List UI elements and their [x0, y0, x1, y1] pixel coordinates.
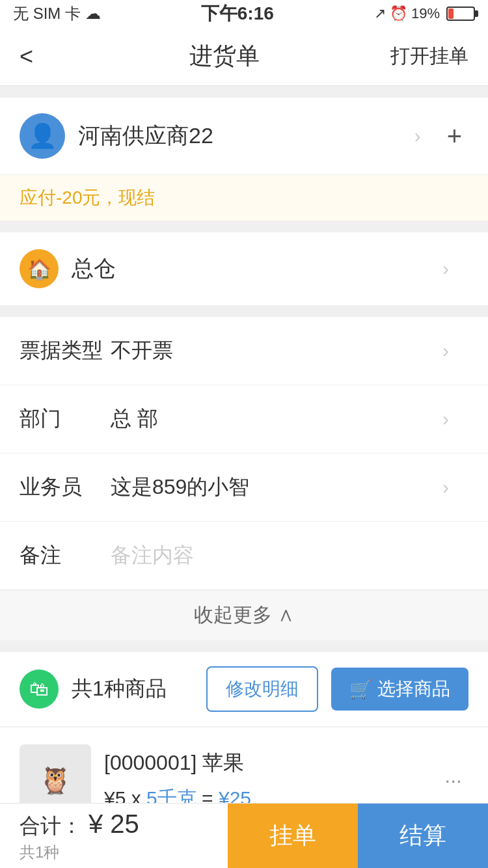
sim-status: 无 SIM 卡 ☁ — [13, 3, 101, 24]
nav-bar: < 进货单 打开挂单 — [0, 27, 488, 86]
supplier-card: 👤 河南供应商22 › + 应付-20元，现结 — [0, 98, 488, 221]
select-product-label: 选择商品 — [377, 677, 450, 701]
supplier-row[interactable]: 👤 河南供应商22 › + — [0, 98, 488, 175]
department-value: 总 部 — [111, 405, 442, 433]
chevron-right-icon: › — [414, 125, 421, 147]
ticket-label: 票据类型 — [20, 336, 111, 365]
alarm-icon: ⏰ — [390, 5, 407, 22]
checkout-button[interactable]: 结算 — [358, 804, 488, 869]
total-label: 合计： ¥ 25 — [20, 809, 208, 841]
note-label: 备注 — [20, 541, 111, 570]
back-button[interactable]: < — [20, 43, 59, 70]
select-product-button[interactable]: 🛒 选择商品 — [331, 668, 468, 711]
total-section: 合计： ¥ 25 共1种 — [0, 809, 228, 863]
salesperson-chevron-icon: › — [442, 476, 449, 498]
divider-2 — [0, 221, 488, 232]
suspend-button[interactable]: 挂单 — [228, 804, 358, 869]
product-title: 苹果 — [202, 751, 244, 774]
form-row-note[interactable]: 备注 备注内容 — [0, 522, 488, 590]
status-left: 无 SIM 卡 ☁ — [13, 3, 101, 24]
page-title: 进货单 — [189, 40, 260, 72]
salesperson-label: 业务员 — [20, 473, 111, 502]
department-chevron-icon: › — [442, 408, 449, 430]
warehouse-chevron-icon: › — [442, 258, 449, 280]
form-row-ticket[interactable]: 票据类型 不开票 › — [0, 317, 488, 385]
edit-detail-button[interactable]: 修改明细 — [206, 666, 318, 712]
total-amount: ¥ 25 — [88, 809, 139, 839]
salesperson-value: 这是859的小智 — [111, 473, 442, 502]
bottom-bar: 合计： ¥ 25 共1种 挂单 结算 — [0, 803, 488, 868]
divider-3 — [0, 305, 488, 317]
warehouse-name: 总仓 — [72, 254, 442, 284]
battery-percent: 19% — [411, 5, 440, 22]
total-text: 合计： — [20, 812, 82, 841]
supplier-note: 应付-20元，现结 — [0, 175, 488, 221]
warehouse-icon: 🏠 — [20, 249, 59, 288]
form-row-salesperson[interactable]: 业务员 这是859的小智 › — [0, 454, 488, 522]
products-header: 🛍 共1种商品 修改明细 🛒 选择商品 — [0, 652, 488, 726]
status-bar: 无 SIM 卡 ☁ 下午6:16 ↗ ⏰ 19% — [0, 0, 488, 27]
department-label: 部门 — [20, 405, 111, 433]
status-right: ↗ ⏰ 19% — [374, 5, 475, 22]
product-name: [0000001] 苹果 — [104, 749, 425, 778]
battery-fill — [448, 8, 454, 19]
form-card: 票据类型 不开票 › 部门 总 部 › 业务员 这是859的小智 › 备注 备注… — [0, 317, 488, 590]
collapse-label: 收起更多 ∧ — [194, 602, 293, 629]
divider-1 — [0, 86, 488, 98]
supplier-avatar: 👤 — [20, 113, 65, 159]
warehouse-icon-symbol: 🏠 — [27, 258, 51, 280]
add-supplier-button[interactable]: + — [441, 122, 468, 151]
collapse-bar[interactable]: 收起更多 ∧ — [0, 590, 488, 640]
product-more-button[interactable]: ··· — [438, 762, 468, 799]
products-icon: 🛍 — [20, 670, 59, 709]
warehouse-card[interactable]: 🏠 总仓 › — [0, 232, 488, 305]
avatar-icon: 👤 — [28, 122, 57, 150]
location-icon: ↗ — [374, 5, 386, 22]
products-icon-symbol: 🛍 — [29, 678, 49, 700]
products-count: 共1种商品 — [72, 675, 193, 703]
total-sub: 共1种 — [20, 842, 208, 863]
note-input[interactable]: 备注内容 — [111, 541, 468, 570]
battery-icon — [446, 7, 475, 21]
ticket-value: 不开票 — [111, 336, 442, 365]
open-pending-button[interactable]: 打开挂单 — [390, 43, 468, 70]
product-code: [0000001] — [104, 751, 197, 774]
supplier-name: 河南供应商22 — [78, 121, 414, 151]
warehouse-row[interactable]: 🏠 总仓 › — [0, 232, 488, 305]
select-product-icon: 🛒 — [349, 679, 372, 700]
product-info: [0000001] 苹果 ¥5 x 5千克 = ¥25 — [104, 749, 425, 812]
status-time: 下午6:16 — [201, 1, 274, 26]
form-row-department[interactable]: 部门 总 部 › — [0, 385, 488, 454]
product-thumb-icon: 🦉 — [39, 765, 72, 796]
ticket-chevron-icon: › — [442, 340, 449, 362]
